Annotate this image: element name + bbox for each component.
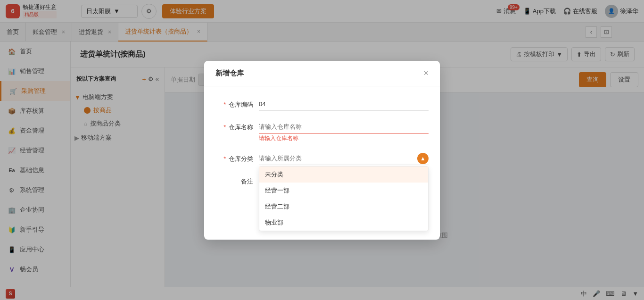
modal-body: * 仓库编码 * 仓库名称 请输入仓库名称 <box>204 86 440 208</box>
form-row-name: * 仓库名称 请输入仓库名称 <box>215 120 429 142</box>
category-dropdown: 未分类 经营一部 经营二部 物业部 <box>259 166 429 231</box>
name-error-msg: 请输入仓库名称 <box>259 134 429 142</box>
name-field: 请输入仓库名称 <box>259 120 429 142</box>
note-label: 备注 <box>215 175 253 186</box>
modal-header: 新增仓库 × <box>204 61 440 86</box>
dropdown-item-2[interactable]: 经营二部 <box>259 199 428 215</box>
category-input[interactable] <box>259 152 429 165</box>
modal-dialog: 新增仓库 × * 仓库编码 * 仓库名称 <box>204 61 440 240</box>
modal-title: 新增仓库 <box>215 69 244 78</box>
dropdown-item-1[interactable]: 经营一部 <box>259 183 428 199</box>
form-row-code: * 仓库编码 <box>215 98 429 111</box>
modal-close-button[interactable]: × <box>423 68 429 78</box>
name-input[interactable] <box>259 120 429 133</box>
dropdown-item-0[interactable]: 未分类 <box>259 167 428 183</box>
category-label: * 仓库分类 <box>215 152 253 163</box>
name-label: * 仓库名称 <box>215 120 253 132</box>
category-field: ▲ 未分类 经营一部 经营二部 物业部 <box>259 152 429 165</box>
modal-overlay[interactable]: 新增仓库 × * 仓库编码 * 仓库名称 <box>0 0 644 300</box>
code-field <box>259 98 429 111</box>
code-input[interactable] <box>259 98 429 111</box>
category-toggle-btn[interactable]: ▲ <box>417 153 429 164</box>
dropdown-item-3[interactable]: 物业部 <box>259 215 428 231</box>
code-label: * 仓库编码 <box>215 98 253 109</box>
form-row-category: * 仓库分类 ▲ 未分类 经营一部 经营二部 物业部 <box>215 152 429 165</box>
